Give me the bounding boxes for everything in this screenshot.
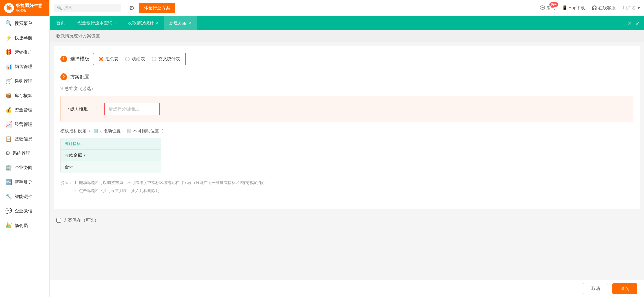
app-edition: 标准版 xyxy=(16,8,42,13)
sidebar-item-guide[interactable]: 🆕 新手引导 xyxy=(0,175,49,189)
sidebar: 畅 畅捷通好生意 标准版 🔍 搜索菜单 ⚡ 快捷导航 🎁 营销推广 📊 销售管理… xyxy=(0,0,50,297)
user-area[interactable]: 用户名 ▾ xyxy=(623,5,640,11)
step1-title: 选择模板 xyxy=(70,56,89,62)
save-label: 方案保存（可选） xyxy=(64,217,99,224)
sidebar-label: 企业协同 xyxy=(15,165,32,171)
corp-icon: 🏢 xyxy=(5,164,12,171)
sidebar-label: 新手引导 xyxy=(15,179,32,185)
radio-crosstab-label: 交叉统计表 xyxy=(158,56,180,62)
tabbar: 首页 现金银行流水查询 × 收款情况统计 × 新建方案 × ✕ ⤢ xyxy=(50,16,644,30)
quick-nav-icon: ⚡ xyxy=(5,35,12,41)
save-checkbox[interactable] xyxy=(56,218,61,223)
settings-icon[interactable]: ⚙ xyxy=(129,4,135,12)
sidebar-label: 畅会员 xyxy=(15,222,28,229)
sidebar-item-inventory[interactable]: 📦 库存核算 xyxy=(0,88,49,103)
tab-receipt-stats-label: 收款情况统计 xyxy=(128,20,154,26)
config-section: 汇总维度（必选） 纵向维度 → 请选择分组维度 模板指 xyxy=(60,86,633,195)
chevron-down-icon: ▾ xyxy=(638,5,640,10)
search-icon: 🔍 xyxy=(57,6,62,10)
sidebar-logo: 畅 畅捷通好生意 标准版 xyxy=(0,0,49,16)
sidebar-item-search-menu[interactable]: 🔍 搜索菜单 xyxy=(0,16,49,31)
close-new-plan-icon[interactable]: × xyxy=(189,21,191,26)
sidebar-item-basic[interactable]: 📋 基础信息 xyxy=(0,132,49,146)
radio-detail-label: 明细表 xyxy=(132,56,145,62)
tip2-text: 2. 点击标题栏下拉可设置排序、插入列和删除列 xyxy=(74,187,159,195)
sidebar-label: 企业微信 xyxy=(15,208,32,214)
query-button[interactable]: 查询 xyxy=(612,283,637,294)
sidebar-label: 经营管理 xyxy=(15,121,32,128)
step2-number: 2 xyxy=(60,73,67,80)
sidebar-item-member[interactable]: 👑 畅会员 xyxy=(0,218,49,233)
close-window-icon[interactable]: ✕ xyxy=(627,20,632,27)
notify-button[interactable]: 💬 消息 99+ xyxy=(540,5,555,11)
tab-home[interactable]: 首页 xyxy=(50,16,72,30)
download-icon: 📱 xyxy=(562,5,567,10)
sidebar-item-purchase[interactable]: 🛒 采购管理 xyxy=(0,74,49,88)
metrics-dropdown-arrow[interactable]: ▾ xyxy=(84,153,86,158)
topbar: 🔍 搜索 ⚙ 体验行业方案 💬 消息 99+ 📱 App下载 🎧 在线客服 用户… xyxy=(50,0,644,16)
sidebar-item-marketing[interactable]: 🎁 营销推广 xyxy=(0,45,49,59)
sidebar-item-corp[interactable]: 🏢 企业协同 xyxy=(0,160,49,175)
trial-button[interactable]: 体验行业方案 xyxy=(139,3,175,13)
dimension-select[interactable]: 请选择分组维度 xyxy=(104,103,160,115)
close-bank-flow-icon[interactable]: × xyxy=(114,21,117,26)
stats-group-header: 统计指标 xyxy=(61,138,161,149)
draggable-badge: 可拖动位置 xyxy=(94,128,121,134)
tab-receipt-stats[interactable]: 收款情况统计 × xyxy=(122,16,164,30)
sales-icon: 📊 xyxy=(5,63,12,70)
metrics-amount-label: 收款金额 xyxy=(65,152,82,158)
online-service-button[interactable]: 🎧 在线客服 xyxy=(592,5,616,11)
template-options: 汇总表 明细表 交叉统计表 xyxy=(93,53,186,65)
cancel-button[interactable]: 取消 xyxy=(583,283,608,294)
sidebar-label: 基础信息 xyxy=(15,136,32,142)
app-download-label: App下载 xyxy=(569,5,585,11)
radio-crosstab[interactable]: 交叉统计表 xyxy=(152,56,180,62)
service-icon: 🎧 xyxy=(592,5,597,10)
search-box[interactable]: 🔍 搜索 xyxy=(54,4,121,12)
step2-section: 2 方案配置 汇总维度（必选） 纵向维度 → 请选择分组维度 xyxy=(60,73,633,195)
form-area: 1 选择模板 汇总表 明细表 xyxy=(54,46,640,209)
sidebar-label: 销售管理 xyxy=(15,64,32,70)
search-menu-icon: 🔍 xyxy=(5,20,12,27)
sidebar-item-operation[interactable]: 📈 经营管理 xyxy=(0,117,49,132)
sidebar-item-system[interactable]: ⚙ 系统管理 xyxy=(0,146,49,160)
purchase-icon: 🛒 xyxy=(5,78,12,84)
radio-summary-label: 汇总表 xyxy=(105,56,118,62)
wechat-icon: 💬 xyxy=(5,208,12,214)
radio-summary-circle xyxy=(99,57,103,61)
app-download-button[interactable]: 📱 App下载 xyxy=(562,5,585,11)
user-name: 用户名 xyxy=(623,5,636,11)
metrics-cell-amount[interactable]: 收款金额 ▾ xyxy=(61,150,108,161)
non-draggable-dot xyxy=(127,129,131,133)
radio-detail-circle xyxy=(125,57,130,61)
tip-title: 提示： xyxy=(60,179,72,187)
message-icon: 💬 xyxy=(540,5,545,10)
close-receipt-stats-icon[interactable]: × xyxy=(156,21,158,26)
main-area: 🔍 搜索 ⚙ 体验行业方案 💬 消息 99+ 📱 App下载 🎧 在线客服 用户… xyxy=(50,0,644,297)
radio-detail[interactable]: 明细表 xyxy=(125,56,145,62)
sidebar-item-wechat[interactable]: 💬 企业微信 xyxy=(0,204,49,218)
inventory-icon: 📦 xyxy=(5,92,12,99)
step2-title: 方案配置 xyxy=(70,74,89,80)
search-placeholder: 搜索 xyxy=(64,5,72,11)
sidebar-label: 智能硬件 xyxy=(15,194,32,200)
sidebar-item-sales[interactable]: 📊 销售管理 xyxy=(0,59,49,74)
metrics-table: 统计指标 收款金额 ▾ 合计 xyxy=(60,138,161,173)
dimension-title: 汇总维度（必选） xyxy=(60,86,633,92)
sidebar-label: 快捷导航 xyxy=(15,35,32,41)
tabbar-actions: ✕ ⤢ xyxy=(623,16,644,30)
app-name: 畅捷通好生意 xyxy=(16,3,42,8)
member-icon: 👑 xyxy=(5,222,12,229)
expand-window-icon[interactable]: ⤢ xyxy=(636,20,640,27)
sidebar-label: 系统管理 xyxy=(13,150,30,156)
sidebar-item-quick-nav[interactable]: ⚡ 快捷导航 xyxy=(0,31,49,45)
system-icon: ⚙ xyxy=(5,150,10,156)
metrics-label: 模板指标设定（ 可拖动位置 不可拖动位置 ） xyxy=(60,128,633,134)
tab-bank-flow[interactable]: 现金银行流水查询 × xyxy=(72,16,122,30)
step2-header: 2 方案配置 xyxy=(60,73,633,80)
service-label: 在线客服 xyxy=(598,5,616,11)
sidebar-item-finance[interactable]: 💰 资金管理 xyxy=(0,103,49,117)
radio-summary[interactable]: 汇总表 xyxy=(99,56,118,62)
tab-new-plan[interactable]: 新建方案 × xyxy=(164,16,197,30)
sidebar-item-hardware[interactable]: 🔧 智能硬件 xyxy=(0,189,49,204)
